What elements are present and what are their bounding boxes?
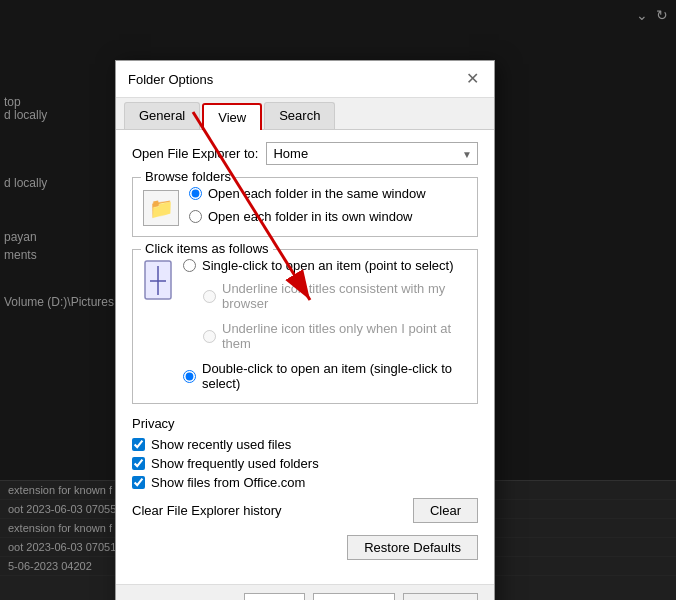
- click-items-title: Click items as follows: [141, 241, 273, 256]
- ok-button[interactable]: OK: [244, 593, 305, 600]
- single-click-label[interactable]: Single-click to open an item (point to s…: [202, 258, 453, 273]
- underline-consistent-label[interactable]: Underline icon titles consistent with my…: [222, 281, 467, 311]
- dialog-footer: OK Cancel Apply: [116, 584, 494, 600]
- office-files-row: Show files from Office.com: [132, 475, 478, 490]
- double-click-row: Double-click to open an item (single-cli…: [183, 361, 467, 391]
- same-window-row: Open each folder in the same window: [189, 186, 426, 201]
- own-window-label[interactable]: Open each folder in its own window: [208, 209, 413, 224]
- tab-search[interactable]: Search: [264, 102, 335, 129]
- recent-files-row: Show recently used files: [132, 437, 478, 452]
- privacy-history-row: Clear File Explorer history Clear: [132, 498, 478, 523]
- frequent-folders-checkbox[interactable]: [132, 457, 145, 470]
- cursor-icon: [143, 260, 173, 302]
- browse-folders-group: Browse folders 📁 Open each folder in the…: [132, 177, 478, 237]
- browse-folders-options: Open each folder in the same window Open…: [189, 186, 426, 228]
- restore-defaults-button[interactable]: Restore Defaults: [347, 535, 478, 560]
- underline-hover-label[interactable]: Underline icon titles only when I point …: [222, 321, 467, 351]
- own-window-row: Open each folder in its own window: [189, 209, 426, 224]
- underline-hover-radio[interactable]: [203, 330, 216, 343]
- underline-consistent-radio-row: Underline icon titles consistent with my…: [203, 281, 467, 311]
- frequent-folders-label[interactable]: Show frequently used folders: [151, 456, 319, 471]
- apply-button[interactable]: Apply: [403, 593, 478, 600]
- restore-defaults-row: Restore Defaults: [132, 535, 478, 560]
- privacy-section: Privacy Show recently used files Show fr…: [132, 416, 478, 523]
- same-window-radio[interactable]: [189, 187, 202, 200]
- frequent-folders-row: Show frequently used folders: [132, 456, 478, 471]
- dialog-titlebar: Folder Options ✕: [116, 61, 494, 98]
- folder-options-dialog: Folder Options ✕ General View Search Ope…: [115, 60, 495, 600]
- single-click-row: Single-click to open an item (point to s…: [183, 258, 467, 273]
- dialog-title: Folder Options: [128, 72, 213, 87]
- same-window-label[interactable]: Open each folder in the same window: [208, 186, 426, 201]
- close-button[interactable]: ✕: [462, 69, 482, 89]
- cancel-button[interactable]: Cancel: [313, 593, 395, 600]
- click-items-section: Click items as follows Single-click to o…: [132, 249, 478, 404]
- office-files-label[interactable]: Show files from Office.com: [151, 475, 305, 490]
- clear-button[interactable]: Clear: [413, 498, 478, 523]
- underline-consistent-row: Underline icon titles consistent with my…: [203, 281, 467, 315]
- underline-hover-radio-row: Underline icon titles only when I point …: [203, 321, 467, 351]
- open-file-explorer-select[interactable]: Home This PC Quick access: [266, 142, 478, 165]
- own-window-radio[interactable]: [189, 210, 202, 223]
- privacy-title: Privacy: [132, 416, 478, 431]
- folder-symbol: 📁: [149, 196, 174, 220]
- recent-files-checkbox[interactable]: [132, 438, 145, 451]
- click-items-content: Single-click to open an item (point to s…: [143, 258, 467, 395]
- open-file-explorer-row: Open File Explorer to: Home This PC Quic…: [132, 142, 478, 165]
- click-items-options: Single-click to open an item (point to s…: [183, 258, 467, 395]
- recent-files-label[interactable]: Show recently used files: [151, 437, 291, 452]
- open-file-explorer-label: Open File Explorer to:: [132, 146, 258, 161]
- folder-icon: 📁: [143, 190, 179, 226]
- open-file-explorer-select-wrapper: Home This PC Quick access ▼: [266, 142, 478, 165]
- browse-folders-title: Browse folders: [141, 169, 235, 184]
- tab-general[interactable]: General: [124, 102, 200, 129]
- tab-view[interactable]: View: [202, 103, 262, 130]
- single-click-radio[interactable]: [183, 259, 196, 272]
- double-click-label[interactable]: Double-click to open an item (single-cli…: [202, 361, 467, 391]
- tab-bar: General View Search: [116, 98, 494, 130]
- dialog-body: Open File Explorer to: Home This PC Quic…: [116, 130, 494, 584]
- history-label: Clear File Explorer history: [132, 503, 282, 518]
- underline-consistent-radio[interactable]: [203, 290, 216, 303]
- double-click-radio[interactable]: [183, 370, 196, 383]
- office-files-checkbox[interactable]: [132, 476, 145, 489]
- underline-hover-row: Underline icon titles only when I point …: [203, 321, 467, 355]
